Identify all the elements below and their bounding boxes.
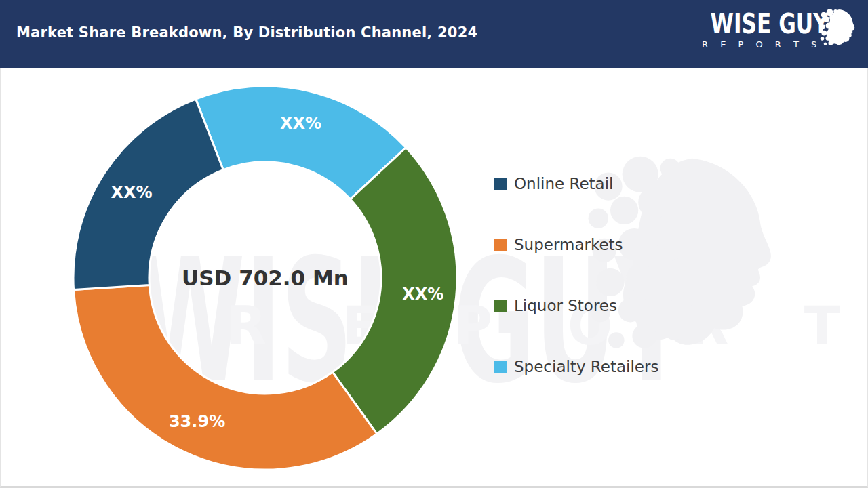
- page: Market Share Breakdown, By Distribution …: [0, 0, 868, 488]
- logo-wordmark: WISE GUY: [711, 9, 805, 39]
- legend-item-liquor-stores: Liquor Stores: [494, 287, 658, 324]
- chart-title: Market Share Breakdown, By Distribution …: [16, 24, 477, 41]
- legend-item-supermarkets: Supermarkets: [494, 226, 658, 263]
- legend-label: Liquor Stores: [514, 297, 617, 314]
- segment-percent-label: XX%: [280, 114, 321, 133]
- legend-label: Specialty Retailers: [514, 358, 658, 375]
- donut-center-value: USD 702.0 Mn: [182, 266, 349, 290]
- wise-guy-logo-text: WISE GUY R E P O R T S: [697, 9, 818, 49]
- chart-area: WISE GUY R E P O R T S XX%XX%33.9%XX% US…: [0, 68, 868, 488]
- logo-subtitle: R E P O R T S: [697, 39, 818, 49]
- legend-label: Online Retail: [514, 175, 614, 192]
- header: Market Share Breakdown, By Distribution …: [0, 0, 868, 68]
- segment-percent-label: 33.9%: [169, 412, 225, 431]
- legend-label: Supermarkets: [514, 236, 623, 253]
- legend-swatch: [494, 300, 507, 312]
- legend-item-specialty-retailers: Specialty Retailers: [494, 348, 658, 385]
- legend-swatch: [494, 178, 507, 190]
- wise-guy-logo: WISE GUY R E P O R T S: [697, 7, 857, 52]
- donut-segment-supermarkets: [74, 285, 377, 470]
- legend-item-online-retail: Online Retail: [494, 165, 658, 202]
- segment-percent-label: XX%: [111, 183, 152, 202]
- segment-percent-label: XX%: [402, 285, 443, 304]
- legend-swatch: [494, 361, 507, 373]
- legend: Online RetailSupermarketsLiquor StoresSp…: [494, 165, 658, 409]
- legend-swatch: [494, 239, 507, 251]
